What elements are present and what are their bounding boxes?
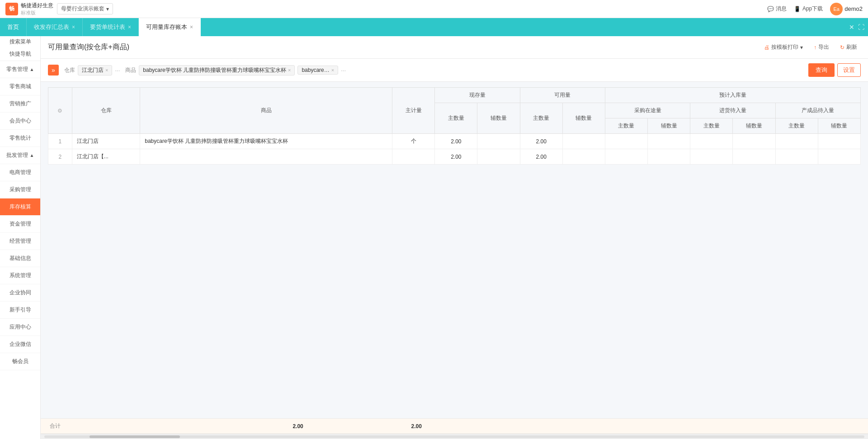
table-container: ⚙ 仓库 商品 主计量 现存量 可用量 预计入库量 主数量 辅数量 主数量 辅数… <box>41 82 868 418</box>
sidebar-item-marketing[interactable]: 营销推广 <box>0 95 40 113</box>
row-stock-main: 2.00 <box>435 134 477 149</box>
logo-icon: 畅 <box>5 3 18 15</box>
product-incoming-header: 产成品待入量 <box>775 103 860 118</box>
remove-product2-icon[interactable]: × <box>331 67 334 73</box>
product-label: 商品 <box>125 66 136 74</box>
tab-available-inventory[interactable]: 可用量库存账本 × <box>139 18 201 36</box>
filter-toggle-button[interactable]: » <box>48 65 59 76</box>
tab-receivables[interactable]: 收发存汇总表 × <box>27 18 83 36</box>
mobile-icon: 📱 <box>794 6 801 12</box>
row-avail-aux <box>562 149 605 165</box>
sidebar-item-finance[interactable]: 资金管理 <box>0 216 40 233</box>
user-area[interactable]: Ea demo2 <box>830 3 863 15</box>
row-avail-main: 2.00 <box>520 134 562 149</box>
print-button[interactable]: 🖨 按模板打印 ▾ <box>760 42 807 53</box>
gear-icon[interactable]: ⚙ <box>57 108 62 114</box>
warehouse-tag[interactable]: 江北门店 × <box>78 65 112 76</box>
sidebar-item-app-center[interactable]: 应用中心 <box>0 319 40 336</box>
remove-product1-icon[interactable]: × <box>288 67 291 73</box>
stock-group-header: 现存量 <box>435 88 520 103</box>
sidebar-search[interactable]: 搜索菜单 <box>0 36 40 47</box>
unit-column-header: 主计量 <box>392 88 435 134</box>
row-stock-main: 2.00 <box>435 149 477 165</box>
sidebar-item-wechat[interactable]: 企业微信 <box>0 336 40 353</box>
row-avail-main: 2.00 <box>520 149 562 165</box>
row-number: 1 <box>48 134 72 149</box>
sidebar-item-member-plus[interactable]: 畅会员 <box>0 353 40 370</box>
logo-text: 畅捷通好生意 标准版 <box>21 2 53 16</box>
row-unit: 个 <box>392 134 435 149</box>
remove-warehouse-icon[interactable]: × <box>105 67 108 73</box>
template-select[interactable]: 母婴行业演示账套 ▾ <box>57 3 113 14</box>
sidebar-item-enterprise[interactable]: 企业协同 <box>0 284 40 302</box>
warehouse-filter: 仓库 江北门店 × ··· <box>64 65 120 76</box>
available-group-header: 可用量 <box>520 88 605 103</box>
row-incoming-main <box>690 149 733 165</box>
sidebar-item-wholesale-mgmt[interactable]: 批发管理 ▲ <box>0 147 40 164</box>
tab-home[interactable]: 首页 <box>0 18 27 36</box>
topbar-left: 畅 畅捷通好生意 标准版 母婴行业演示账套 ▾ <box>5 2 113 16</box>
row-product <box>140 149 392 165</box>
close-all-tabs-icon[interactable]: ✕ <box>849 24 854 31</box>
gear-column-header[interactable]: ⚙ <box>48 88 72 134</box>
warehouse-more-icon[interactable]: ··· <box>115 67 120 74</box>
tab-purchase-stats[interactable]: 要货单统计表 × <box>83 18 139 36</box>
sidebar-item-operations[interactable]: 经营管理 <box>0 233 40 250</box>
row-product-main <box>775 149 818 165</box>
stock-aux-header: 辅数量 <box>477 103 520 134</box>
main-layout: 搜索菜单 快捷导航 零售管理 ▲ 零售商城 营销推广 会员中心 零售统计 批发管… <box>0 36 868 439</box>
warehouse-column-header: 仓库 <box>72 88 140 134</box>
summary-label: 合计 <box>48 422 120 430</box>
page-header: 可用量查询(按仓库+商品) 🖨 按模板打印 ▾ ↑ 导出 ↻ 刷新 <box>41 36 868 59</box>
settings-button[interactable]: 设置 <box>837 63 861 77</box>
scrollbar-thumb[interactable] <box>90 435 180 438</box>
sidebar-item-newbie[interactable]: 新手引导 <box>0 302 40 319</box>
sidebar-item-retail-mgmt[interactable]: 零售管理 ▲ <box>0 61 40 78</box>
sidebar-item-inventory[interactable]: 库存核算 <box>0 198 40 216</box>
table-row: 1 江北门店 babycare学饮杯 儿童防摔防撞吸管杯重力球吸嘴杯宝宝水杯 个… <box>48 134 861 149</box>
row-product-aux <box>818 149 860 165</box>
content-area: 可用量查询(按仓库+商品) 🖨 按模板打印 ▾ ↑ 导出 ↻ 刷新 » <box>41 36 868 439</box>
row-product-main <box>775 134 818 149</box>
sidebar-item-retail-stats[interactable]: 零售统计 <box>0 130 40 147</box>
refresh-button[interactable]: ↻ 刷新 <box>836 42 861 53</box>
row-number: 2 <box>48 149 72 165</box>
close-tab-receivables[interactable]: × <box>72 24 75 30</box>
filter-actions: 查询 设置 <box>808 63 861 77</box>
row-warehouse: 江北门店【... <box>72 149 140 165</box>
row-stock-aux <box>477 149 520 165</box>
incoming-header: 进货待入量 <box>690 103 775 118</box>
query-button[interactable]: 查询 <box>808 63 835 77</box>
sidebar-item-procurement[interactable]: 采购管理 <box>0 181 40 198</box>
sidebar-quicknav[interactable]: 快捷导航 <box>0 47 40 61</box>
maximize-icon[interactable]: ⛶ <box>858 24 864 31</box>
incoming-aux-header: 辅数量 <box>733 118 775 134</box>
product-more-icon[interactable]: ··· <box>341 67 346 74</box>
horizontal-scrollbar[interactable] <box>41 434 868 439</box>
row-incoming-aux <box>733 134 775 149</box>
message-button[interactable]: 💬 消息 <box>767 5 787 13</box>
product-tag1[interactable]: babycare学饮杯 儿童防摔防撞吸管杯重力球吸嘴杯宝宝水杯 × <box>139 65 295 76</box>
avail-main-header: 主数量 <box>520 103 562 134</box>
avail-aux-header: 辅数量 <box>562 103 605 134</box>
sidebar-item-retail-mall[interactable]: 零售商城 <box>0 78 40 95</box>
app-download-button[interactable]: 📱 App下载 <box>794 5 823 13</box>
stock-main-header: 主数量 <box>435 103 477 134</box>
sidebar-item-ecommerce[interactable]: 电商管理 <box>0 164 40 181</box>
row-product: babycare学饮杯 儿童防摔防撞吸管杯重力球吸嘴杯宝宝水杯 <box>140 134 392 149</box>
summary-bar: 合计 2.00 2.00 <box>41 418 868 434</box>
product-aux-header: 辅数量 <box>818 118 860 134</box>
sidebar-item-basic-info[interactable]: 基础信息 <box>0 250 40 267</box>
scrollbar-track[interactable] <box>44 435 864 438</box>
sidebar-item-system[interactable]: 系统管理 <box>0 267 40 284</box>
page-actions: 🖨 按模板打印 ▾ ↑ 导出 ↻ 刷新 <box>760 42 861 53</box>
close-tab-purchase-stats[interactable]: × <box>128 24 131 30</box>
row-unit <box>392 149 435 165</box>
sidebar-item-members[interactable]: 会员中心 <box>0 113 40 130</box>
purchase-main-header: 主数量 <box>605 118 647 134</box>
export-button[interactable]: ↑ 导出 <box>810 42 833 53</box>
product-column-header: 商品 <box>140 88 392 134</box>
close-tab-available-inventory[interactable]: × <box>190 24 193 30</box>
row-purchase-aux <box>648 149 690 165</box>
product-tag2[interactable]: babycare… × <box>297 66 338 75</box>
